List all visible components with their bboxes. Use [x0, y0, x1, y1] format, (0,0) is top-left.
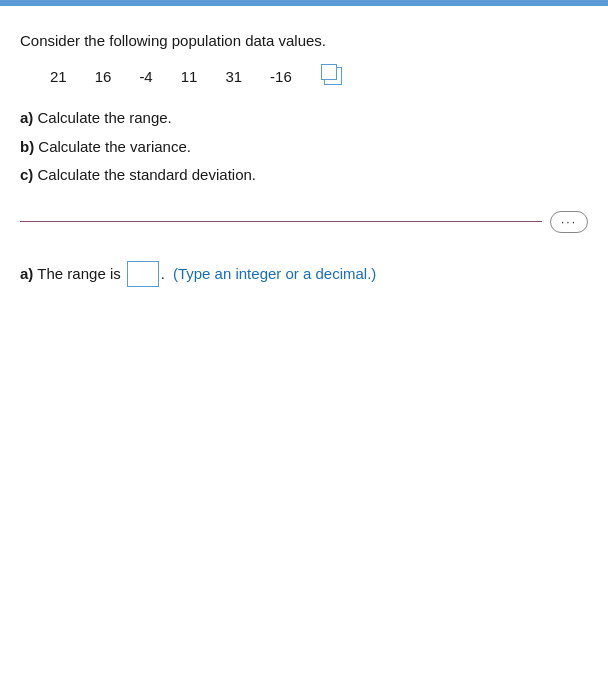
page-container: Consider the following population data v…	[0, 0, 608, 673]
range-input[interactable]	[127, 261, 159, 287]
divider-line	[20, 221, 542, 222]
answer-prefix-text: The range is	[37, 265, 120, 282]
question-a-text: Calculate the range.	[38, 109, 172, 126]
divider-section: ···	[20, 211, 588, 233]
data-value-3: -4	[139, 68, 152, 85]
answer-section: a) The range is . (Type an integer or a …	[20, 261, 588, 287]
question-a-label: a)	[20, 109, 33, 126]
data-value-1: 21	[50, 68, 67, 85]
answer-part-label: a)	[20, 265, 33, 282]
question-c-label: c)	[20, 166, 33, 183]
copy-icon[interactable]	[324, 67, 342, 85]
answer-suffix-text: .	[161, 265, 165, 282]
data-value-4: 11	[181, 68, 198, 85]
problem-statement: Consider the following population data v…	[20, 32, 588, 49]
data-value-5: 31	[225, 68, 242, 85]
content-area: Consider the following population data v…	[20, 32, 588, 287]
question-b-label: b)	[20, 138, 34, 155]
question-item-a: a) Calculate the range.	[20, 107, 588, 130]
question-b-text: Calculate the variance.	[38, 138, 191, 155]
data-values-row: 21 16 -4 11 31 -16	[50, 67, 588, 85]
questions-section: a) Calculate the range. b) Calculate the…	[20, 107, 588, 187]
data-value-6: -16	[270, 68, 292, 85]
more-button[interactable]: ···	[550, 211, 588, 233]
top-bar	[0, 0, 608, 6]
answer-hint: (Type an integer or a decimal.)	[173, 265, 376, 282]
question-item-b: b) Calculate the variance.	[20, 136, 588, 159]
question-item-c: c) Calculate the standard deviation.	[20, 164, 588, 187]
answer-row: a) The range is . (Type an integer or a …	[20, 261, 588, 287]
question-c-text: Calculate the standard deviation.	[38, 166, 256, 183]
data-value-2: 16	[95, 68, 112, 85]
